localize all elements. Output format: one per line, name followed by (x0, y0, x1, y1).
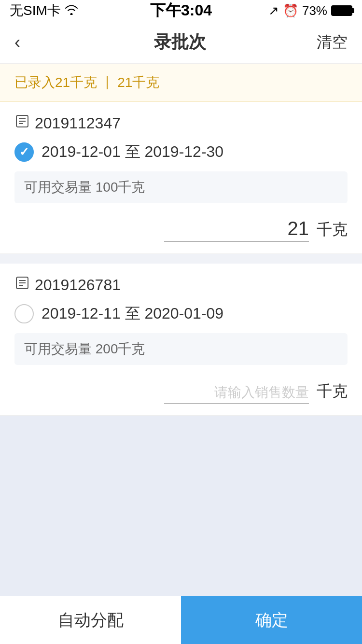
battery-icon (331, 5, 352, 16)
nav-bar: ‹ 录批次 清空 (0, 21, 362, 64)
batch-icon-2 (14, 275, 30, 294)
avail-qty-1: 可用交易量 100千克 (14, 171, 348, 203)
back-button[interactable]: ‹ (14, 32, 43, 53)
confirm-button[interactable]: 确定 (181, 596, 362, 644)
recorded-label: 已录入21千克 (14, 73, 97, 92)
battery-text: 73% (302, 3, 327, 18)
bottom-buttons: 自动分配 确定 (0, 596, 362, 644)
batch-card-1: 2019112347 2019-12-01 至 2019-12-30 可用交易量… (0, 102, 362, 254)
batch-date-2: 2019-12-11 至 2020-01-09 (42, 303, 223, 324)
location-icon: ↗ (268, 3, 279, 18)
page-title: 录批次 (154, 30, 206, 54)
alarm-icon: ⏰ (283, 3, 298, 18)
empty-space (0, 416, 362, 618)
batch-header-1: 2019112347 (0, 102, 362, 138)
info-divider (107, 76, 108, 89)
status-time: 下午3:04 (150, 0, 212, 21)
batch-card-2: 2019126781 2019-12-11 至 2020-01-09 可用交易量… (0, 264, 362, 416)
content-area: 2019112347 2019-12-01 至 2019-12-30 可用交易量… (0, 102, 362, 644)
qty-underline-1 (164, 218, 309, 242)
qty-input-1[interactable] (212, 218, 309, 239)
batch-date-1: 2019-12-01 至 2019-12-30 (42, 141, 223, 163)
qty-input-row-1: 千克 (0, 211, 362, 254)
batch-header-2: 2019126781 (0, 264, 362, 299)
auto-distribute-button[interactable]: 自动分配 (0, 596, 181, 644)
radio-button-2[interactable] (14, 304, 34, 323)
batch-id-2: 2019126781 (35, 276, 121, 294)
status-right: ↗ ⏰ 73% (268, 3, 352, 18)
batch-date-row-1[interactable]: 2019-12-01 至 2019-12-30 (0, 138, 362, 167)
carrier-text: 无SIM卡 (10, 1, 61, 20)
batch-icon-1 (14, 113, 30, 133)
section-separator (0, 254, 362, 264)
wifi-icon (65, 3, 78, 18)
qty-input-2[interactable] (212, 379, 309, 401)
qty-unit-1: 千克 (317, 219, 348, 240)
status-bar: 无SIM卡 下午3:04 ↗ ⏰ 73% (0, 0, 362, 21)
status-left: 无SIM卡 (10, 1, 78, 20)
recorded-value: 21千克 (117, 73, 159, 92)
qty-underline-2 (164, 379, 309, 404)
avail-qty-2: 可用交易量 200千克 (14, 333, 348, 365)
clear-button[interactable]: 清空 (317, 32, 348, 53)
batch-date-row-2[interactable]: 2019-12-11 至 2020-01-09 (0, 299, 362, 328)
batch-id-1: 2019112347 (35, 114, 121, 132)
qty-unit-2: 千克 (317, 381, 348, 402)
radio-button-1[interactable] (14, 142, 34, 162)
info-banner: 已录入21千克 21千克 (0, 64, 362, 102)
qty-input-row-2: 千克 (0, 373, 362, 416)
